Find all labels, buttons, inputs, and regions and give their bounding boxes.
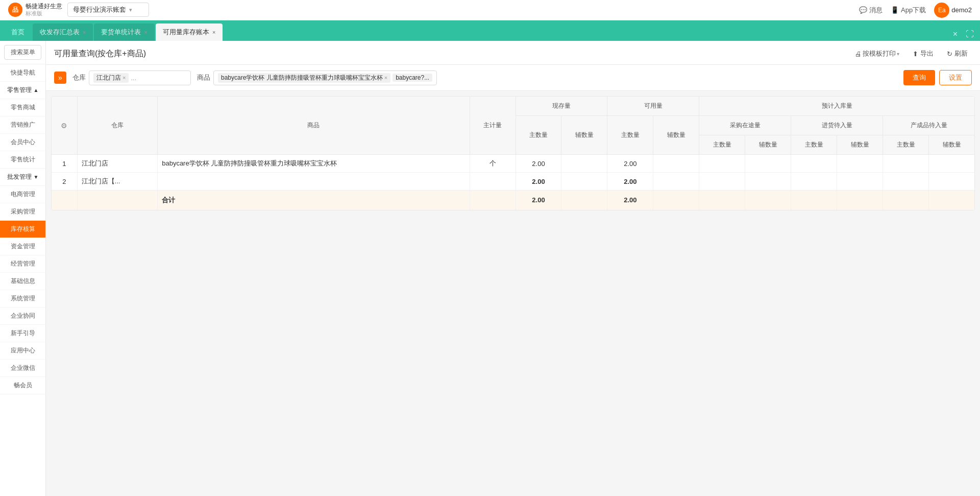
export-button[interactable]: ⬆ 导出 <box>909 47 938 60</box>
app-download-label: App下载 <box>901 6 926 15</box>
sidebar-item-retail-mgmt-label: 零售管理 <box>7 86 32 95</box>
row-pt-aux <box>745 155 791 173</box>
summary-pt-aux <box>745 191 791 210</box>
query-button[interactable]: 查询 <box>903 70 935 85</box>
filter-expand-button[interactable]: » <box>54 72 66 84</box>
summary-fin-main <box>883 191 929 210</box>
sidebar: 搜索菜单 快捷导航 零售管理 ▲ 零售商城 营销推广 会员中心 零售统计 批发管… <box>0 41 46 496</box>
sidebar-item-wholesale-label: 批发管理 <box>7 173 32 181</box>
tab-orderstat[interactable]: 要货单统计表 × <box>94 23 154 41</box>
table-row: 1 江北门店 babycare学饮杯 儿童防摔防撞吸管杯重力球吸嘴杯宝宝水杯 个… <box>52 155 974 173</box>
sidebar-item-retail-stat[interactable]: 零售统计 <box>0 151 45 169</box>
warehouse-filter-input[interactable]: 江北门店 × ... <box>89 70 191 85</box>
row-warehouse: 江北门店 <box>77 155 158 173</box>
sidebar-item-marketing[interactable]: 营销推广 <box>0 116 45 134</box>
product-tag-1: babycare学饮杯 儿童防摔防撞吸管杯重力球吸嘴杯宝宝水杯 × <box>218 73 390 83</box>
tab-orderstat-close[interactable]: × <box>144 29 147 35</box>
th-fin-aux: 辅数量 <box>929 135 974 155</box>
th-ic-aux: 辅数量 <box>837 135 883 155</box>
sidebar-item-finance[interactable]: 资金管理 <box>0 238 45 255</box>
sidebar-item-inventory[interactable]: 库存核算 <box>0 221 45 238</box>
message-label: 消息 <box>869 6 883 15</box>
tab-inventory-close[interactable]: × <box>212 29 215 35</box>
sidebar-item-app-center[interactable]: 应用中心 <box>0 342 45 360</box>
sidebar-item-enterprise[interactable]: 企业协同 <box>0 308 45 325</box>
chevron-up-icon: ▲ <box>34 87 39 93</box>
warehouse-more-btn[interactable]: ... <box>131 74 136 82</box>
row-avail-aux <box>653 173 699 191</box>
row-avail-main: 2.00 <box>607 155 653 173</box>
row-ic-aux <box>837 155 883 173</box>
message-action[interactable]: 💬 消息 <box>859 6 883 15</box>
main-layout: 搜索菜单 快捷导航 零售管理 ▲ 零售商城 营销推广 会员中心 零售统计 批发管… <box>0 41 980 496</box>
top-bar: 品 畅捷通好生意 标准版 母婴行业演示账套 ▾ 💬 消息 📱 App下载 Ea … <box>0 0 980 20</box>
sidebar-item-wechat[interactable]: 企业微信 <box>0 360 45 377</box>
summary-ic-aux <box>837 191 883 210</box>
product-tag-2: babycare?... <box>393 74 432 82</box>
brand-logo: 品 畅捷通好生意 标准版 <box>8 3 62 17</box>
row-pt-main <box>699 173 745 191</box>
sidebar-item-quick-nav[interactable]: 快捷导航 <box>0 64 45 82</box>
user-name: demo2 <box>951 6 972 14</box>
sidebar-item-ecommerce[interactable]: 电商管理 <box>0 186 45 203</box>
product-filter-group: 商品 babycare学饮杯 儿童防摔防撞吸管杯重力球吸嘴杯宝宝水杯 × bab… <box>197 70 437 85</box>
refresh-label: 刷新 <box>954 49 968 58</box>
avatar-text: Ea <box>938 7 946 14</box>
product-tag-1-remove[interactable]: × <box>384 75 387 81</box>
th-pt-main: 主数量 <box>699 135 745 155</box>
warehouse-tag-remove[interactable]: × <box>122 75 126 81</box>
tab-expand-btn[interactable]: ⛶ <box>964 28 976 41</box>
summary-stock-aux <box>561 191 607 210</box>
tab-receivepay-close[interactable]: × <box>83 29 86 35</box>
print-button[interactable]: 🖨 按模板打印 ▾ <box>851 47 903 60</box>
row-ic-main <box>791 155 837 173</box>
brand-icon: 品 <box>8 3 22 17</box>
inventory-table: ⚙ 仓库 商品 主计量 现存量 可用量 预计入库量 主数量 辅数量 主数量 辅数… <box>52 97 974 210</box>
sidebar-item-wholesale-mgmt[interactable]: 批发管理 ▼ <box>0 169 45 186</box>
summary-unit <box>470 191 516 210</box>
sidebar-item-retail-mgmt[interactable]: 零售管理 ▲ <box>0 82 45 99</box>
sidebar-item-operation[interactable]: 经营管理 <box>0 255 45 273</box>
warehouse-filter-label: 仓库 <box>72 73 86 82</box>
product-filter-input[interactable]: babycare学饮杯 儿童防摔防撞吸管杯重力球吸嘴杯宝宝水杯 × babyca… <box>213 70 437 85</box>
app-download-action[interactable]: 📱 App下载 <box>891 6 926 15</box>
account-selector[interactable]: 母婴行业演示账套 ▾ <box>67 3 149 17</box>
sidebar-item-retail-mall[interactable]: 零售商城 <box>0 99 45 116</box>
refresh-icon: ↻ <box>947 50 952 58</box>
th-avail-aux: 辅数量 <box>653 116 699 155</box>
export-label: 导出 <box>920 49 934 58</box>
th-stock-aux: 辅数量 <box>561 116 607 155</box>
th-stock: 现存量 <box>516 97 607 116</box>
th-gear[interactable]: ⚙ <box>52 97 77 155</box>
warehouse-tag: 江北门店 × <box>93 73 129 83</box>
row-fin-aux <box>929 173 974 191</box>
th-finished: 产成品待入量 <box>883 116 974 135</box>
page-title: 可用量查询(按仓库+商品) <box>54 49 146 59</box>
gear-icon[interactable]: ⚙ <box>61 122 67 130</box>
sidebar-item-vip[interactable]: 畅会员 <box>0 377 45 394</box>
summary-ic-main <box>791 191 837 210</box>
table-row: 2 江北门店【... 2.00 2.00 <box>52 173 974 191</box>
nav-tabs: 首页 收发存汇总表 × 要货单统计表 × 可用量库存账本 × × ⛶ <box>0 20 980 41</box>
tab-close-btn[interactable]: × <box>951 28 960 41</box>
inventory-table-container: ⚙ 仓库 商品 主计量 现存量 可用量 预计入库量 主数量 辅数量 主数量 辅数… <box>51 96 975 210</box>
expand-icon: » <box>58 74 62 82</box>
summary-row: 合计 2.00 2.00 <box>52 191 974 210</box>
settings-button[interactable]: 设置 <box>939 70 972 85</box>
sidebar-item-member-center[interactable]: 会员中心 <box>0 134 45 151</box>
brand-name: 畅捷通好生意 <box>26 3 62 10</box>
sidebar-item-purchase[interactable]: 采购管理 <box>0 203 45 221</box>
user-section[interactable]: Ea demo2 <box>934 3 972 18</box>
sidebar-item-basic-info[interactable]: 基础信息 <box>0 273 45 290</box>
refresh-button[interactable]: ↻ 刷新 <box>943 47 972 60</box>
th-ic-main: 主数量 <box>791 135 837 155</box>
sidebar-item-system[interactable]: 系统管理 <box>0 290 45 308</box>
nav-tabs-end: × ⛶ <box>951 28 976 41</box>
tab-receivepay[interactable]: 收发存汇总表 × <box>33 23 93 41</box>
sidebar-item-guide[interactable]: 新手引导 <box>0 325 45 342</box>
search-menu-button[interactable]: 搜索菜单 <box>4 45 41 60</box>
tab-home[interactable]: 首页 <box>4 23 32 41</box>
tab-inventory[interactable]: 可用量库存账本 × <box>156 23 223 41</box>
warehouse-tag-text: 江北门店 <box>96 74 121 82</box>
product-filter-label: 商品 <box>197 73 210 82</box>
